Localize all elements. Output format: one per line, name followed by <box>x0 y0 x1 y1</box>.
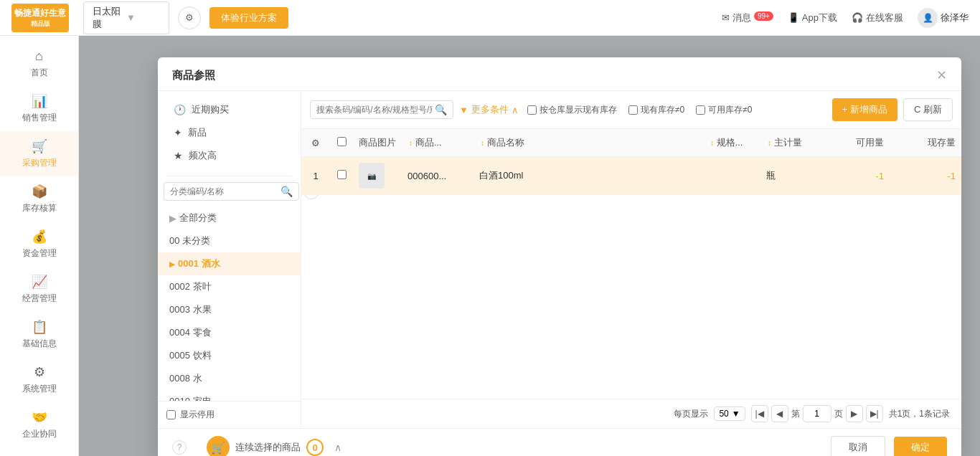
pagination: 每页显示 50 ▼ |◀ ◀ 第 页 ▶ ▶| <box>301 399 961 428</box>
checkbox-avail-nonzero[interactable]: 可用库存≠0 <box>696 104 752 116</box>
last-page-btn[interactable]: ▶| <box>866 405 883 422</box>
warehouse-dropdown[interactable]: 日太阳膜 ▼ <box>83 1 169 34</box>
dialog-close-btn[interactable]: ✕ <box>936 67 947 83</box>
navbar-right: ✉ 消息 99+ 📱 App下载 🎧 在线客服 👤 徐泽华 <box>722 8 969 28</box>
checkbox-avail-nonzero-label: 可用库存≠0 <box>708 104 752 116</box>
tab-recent-purchase[interactable]: 🕐 近期购买 <box>166 98 292 121</box>
cart-label: 连续选择的商品 <box>235 441 301 454</box>
checkbox-stock-nonzero-input[interactable] <box>628 105 638 115</box>
prev-page-btn[interactable]: ◀ <box>771 405 788 422</box>
cat-item-all[interactable]: ▶ 全部分类 <box>158 206 301 229</box>
phone-icon: 📱 <box>788 12 799 23</box>
page-input[interactable] <box>803 405 831 422</box>
col-code-label: 商品... <box>415 137 442 148</box>
online-service-btn[interactable]: 🎧 在线客服 <box>852 11 903 24</box>
col-stock-header: 现存量 <box>890 129 961 157</box>
col-unit-header[interactable]: ↕ 主计量 <box>760 129 818 157</box>
sidebar-item-guide[interactable]: 🎓 新手引导 <box>0 447 78 456</box>
cancel-btn[interactable]: 取消 <box>831 436 885 456</box>
show-disabled-checkbox[interactable] <box>166 410 176 419</box>
table-row[interactable]: 1 📷 000600... <box>301 157 961 195</box>
cat-label-beverage: 0005 饮料 <box>169 349 212 362</box>
app-logo: 畅捷通好生意 精品版 <box>11 4 69 32</box>
cat-item-fruit[interactable]: 0003 水果 <box>158 298 301 321</box>
col-name-header[interactable]: ↕ 商品名称 <box>473 129 703 157</box>
first-page-btn[interactable]: |◀ <box>751 405 768 422</box>
operation-icon: 📈 <box>32 274 47 290</box>
category-search-icon[interactable]: 🔍 <box>281 186 293 197</box>
cat-item-water[interactable]: 0008 水 <box>158 367 301 390</box>
product-img: 📷 <box>359 163 385 189</box>
basic-icon: 📋 <box>32 319 47 335</box>
sort-icon3: ↕ <box>710 139 714 147</box>
col-spec-header[interactable]: ↕ 规格... <box>703 129 760 157</box>
cat-item-tea[interactable]: 0002 茶叶 <box>158 275 301 298</box>
sidebar-item-collab[interactable]: 🤝 企业协同 <box>0 402 78 447</box>
sidebar-item-system[interactable]: ⚙ 系统管理 <box>0 357 78 402</box>
tab-frequent-label: 频次高 <box>189 149 217 162</box>
cat-item-beverage[interactable]: 0005 饮料 <box>158 344 301 367</box>
row-unit: 瓶 <box>766 170 776 181</box>
page-size-select[interactable]: 50 ▼ <box>714 407 745 421</box>
sidebar-item-sales[interactable]: 📊 销售管理 <box>0 86 78 131</box>
category-list: ▶ 全部分类 00 未分类 ▶ 0001 酒水 0002 茶叶 <box>158 204 301 401</box>
row-name-cell: 白酒100ml <box>473 157 703 195</box>
tab-frequent[interactable]: ★ 频次高 <box>166 144 292 167</box>
sidebar-label-sales: 销售管理 <box>22 112 57 124</box>
add-product-btn[interactable]: + 新增商品 <box>832 98 897 121</box>
col-gear[interactable]: ⚙ <box>301 129 330 157</box>
cat-item-snack[interactable]: 0004 零食 <box>158 321 301 344</box>
sidebar-label-operation: 经营管理 <box>22 293 57 305</box>
checkbox-warehouse-input[interactable] <box>527 105 537 115</box>
sidebar-label-collab: 企业协同 <box>22 428 57 440</box>
cat-item-liquor[interactable]: ▶ 0001 酒水 <box>158 252 301 275</box>
cart-collapse-btn[interactable]: ∧ <box>329 439 347 456</box>
cat-item-uncategorized[interactable]: 00 未分类 <box>158 229 301 252</box>
col-code-header[interactable]: ↕ 商品... <box>402 129 473 157</box>
row-stock: -1 <box>947 171 956 181</box>
select-all-checkbox[interactable] <box>337 137 347 146</box>
user-menu[interactable]: 👤 徐泽华 <box>918 8 969 28</box>
row-avail-cell: -1 <box>818 157 890 195</box>
next-page-btn[interactable]: ▶ <box>846 405 863 422</box>
product-search-box[interactable]: 🔍 <box>310 100 453 119</box>
filter-checkboxes: 按仓库显示现有库存 现有库存≠0 可用库存≠0 <box>527 104 753 116</box>
more-filter-btn[interactable]: ▼ 更多条件 ∧ <box>459 103 519 116</box>
dialog-title: 商品参照 <box>172 69 215 82</box>
sidebar-item-purchase[interactable]: 🛒 采购管理 <box>0 131 78 176</box>
sidebar-item-basic[interactable]: 📋 基础信息 <box>0 312 78 357</box>
app-download-btn[interactable]: 📱 App下载 <box>788 11 837 24</box>
sidebar-item-finance[interactable]: 💰 资金管理 <box>0 222 78 267</box>
sidebar-label-inventory: 库存核算 <box>22 202 57 214</box>
cart-icon[interactable]: 🛒 <box>207 436 230 456</box>
sort-icon: ↕ <box>409 139 413 147</box>
messages-btn[interactable]: ✉ 消息 99+ <box>722 11 773 24</box>
sidebar-item-operation[interactable]: 📈 经营管理 <box>0 267 78 312</box>
row-checkbox-cell[interactable] <box>330 157 353 195</box>
total-info: 共1页，1条记录 <box>889 408 950 420</box>
cat-item-electronics[interactable]: 0010 家电 <box>158 390 301 401</box>
chevron-down-icon: ▼ <box>126 12 160 23</box>
row-checkbox[interactable] <box>337 170 347 179</box>
help-icon[interactable]: ? <box>172 440 187 455</box>
tab-new-product[interactable]: ✦ 新品 <box>166 121 292 144</box>
cat-label-tea: 0002 茶叶 <box>169 280 212 293</box>
sidebar-item-home[interactable]: ⌂ 首页 <box>0 42 78 86</box>
sidebar-label-basic: 基础信息 <box>22 338 57 350</box>
refresh-btn[interactable]: C 刷新 <box>903 98 953 121</box>
main-layout: ⌂ 首页 📊 销售管理 🛒 采购管理 📦 库存核算 💰 资金管理 📈 经营管理 … <box>0 36 980 456</box>
trial-btn[interactable]: 体验行业方案 <box>209 7 288 29</box>
product-search-icon[interactable]: 🔍 <box>435 104 447 115</box>
confirm-btn[interactable]: 确定 <box>894 437 947 456</box>
category-search-input[interactable] <box>170 186 278 196</box>
checkbox-stock-nonzero[interactable]: 现有库存≠0 <box>628 104 684 116</box>
settings-btn[interactable]: ⚙ <box>178 6 201 29</box>
page-nav: |◀ ◀ 第 页 ▶ ▶| <box>751 405 883 422</box>
checkbox-avail-nonzero-input[interactable] <box>696 105 705 115</box>
product-search-input[interactable] <box>316 105 432 115</box>
row-spec-cell <box>703 157 760 195</box>
checkbox-warehouse[interactable]: 按仓库显示现有库存 <box>527 104 617 116</box>
category-search-box[interactable]: 🔍 <box>164 182 299 201</box>
sidebar-label-system: 系统管理 <box>22 383 57 395</box>
sidebar-item-inventory[interactable]: 📦 库存核算 <box>0 176 78 222</box>
